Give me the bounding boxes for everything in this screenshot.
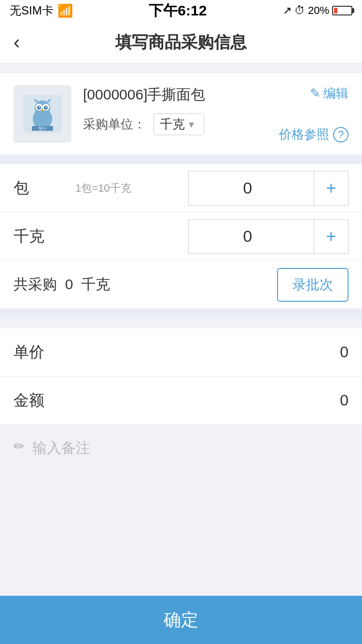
owl-icon: 智计 — [23, 95, 62, 133]
bag-quantity-input[interactable] — [188, 171, 314, 206]
unit-price-label: 单价 — [14, 342, 44, 363]
edit-label: 编辑 — [323, 85, 348, 102]
edit-icon: ✎ — [310, 86, 320, 101]
bag-sub-label: 1包=10千克 — [75, 181, 131, 196]
summary-row: 共采购 0 千克 录批次 — [0, 261, 362, 309]
status-right: ↗ ⏱ 20% — [283, 4, 352, 17]
unit-price-value: 0 — [340, 343, 348, 361]
price-ref-label: 价格参照 — [279, 126, 329, 143]
back-button[interactable]: ‹ — [14, 31, 20, 53]
bag-label: 包 — [14, 178, 71, 199]
info-section: 单价 0 金额 0 — [0, 328, 362, 425]
summary-amount: 0 — [65, 276, 73, 292]
battery-icon — [332, 6, 352, 15]
amount-row: 金额 0 — [0, 377, 362, 425]
record-batch-button[interactable]: 录批次 — [277, 268, 348, 302]
edit-button[interactable]: ✎ 编辑 — [310, 85, 348, 102]
note-area[interactable]: ✏ 输入备注 — [0, 425, 362, 473]
pencil-icon: ✏ — [14, 438, 25, 454]
kg-input-control: + — [188, 219, 348, 254]
nav-bar: ‹ 填写商品采购信息 — [0, 21, 362, 64]
dropdown-arrow-icon: ▾ — [189, 118, 194, 131]
confirm-label: 确定 — [164, 608, 198, 632]
status-left: 无SIM卡 📶 — [10, 3, 73, 18]
svg-text:智计: 智计 — [39, 126, 46, 131]
bag-input-control: + — [188, 171, 348, 206]
page-title: 填写商品采购信息 — [115, 31, 247, 54]
bag-plus-button[interactable]: + — [314, 171, 348, 206]
kg-quantity-input[interactable] — [188, 219, 314, 254]
amount-value: 0 — [340, 392, 348, 409]
section-divider-2 — [0, 309, 362, 319]
amount-label: 金额 — [14, 390, 44, 411]
location-icon: ↗ — [283, 4, 292, 17]
unit-value: 千克 — [160, 116, 185, 133]
product-name: [0000006]手撕面包 — [83, 85, 348, 105]
product-card: 智计 [0000006]手撕面包 采购单位： 千克 ▾ ✎ 编辑 价格参照 ? — [0, 73, 362, 154]
time-display: 下午6:12 — [149, 1, 207, 21]
help-icon: ? — [333, 127, 348, 142]
kg-label: 千克 — [14, 226, 71, 247]
alarm-icon: ⏱ — [294, 4, 305, 17]
section-divider-1 — [0, 154, 362, 164]
svg-point-7 — [39, 107, 41, 108]
summary-text: 共采购 0 千克 — [14, 275, 110, 294]
kg-input-row: 千克 + — [0, 212, 362, 261]
unit-price-row: 单价 0 — [0, 328, 362, 377]
carrier-text: 无SIM卡 — [10, 3, 54, 18]
product-image: 智计 — [14, 85, 71, 143]
price-reference-button[interactable]: 价格参照 ? — [279, 126, 348, 143]
note-placeholder: 输入备注 — [32, 438, 90, 458]
battery-percent: 20% — [308, 4, 329, 17]
bag-input-row: 包 1包=10千克 + — [0, 164, 362, 212]
status-bar: 无SIM卡 📶 下午6:12 ↗ ⏱ 20% — [0, 0, 362, 21]
product-logo: 智计 — [23, 95, 62, 133]
wifi-icon: 📶 — [57, 3, 73, 18]
input-section: 包 1包=10千克 + 千克 + — [0, 164, 362, 261]
svg-point-8 — [46, 107, 47, 108]
unit-label-text: 采购单位： — [83, 116, 146, 133]
kg-plus-button[interactable]: + — [314, 219, 348, 254]
unit-select-button[interactable]: 千克 ▾ — [153, 113, 204, 135]
confirm-button[interactable]: 确定 — [0, 596, 362, 644]
